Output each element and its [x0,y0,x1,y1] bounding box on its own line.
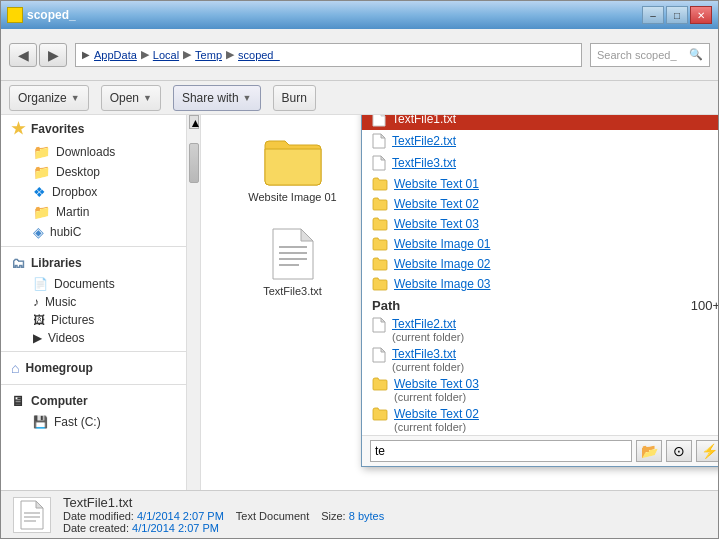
sidebar-item-drive-c[interactable]: 💾 Fast (C:) [29,413,186,431]
dropdown-item-textfile3[interactable]: TextFile3.txt [362,152,718,174]
path-item-website-text-02[interactable]: Website Text 02 (current folder) [362,405,718,435]
path-item-link[interactable]: TextFile2.txt [392,317,456,331]
search-folder-button[interactable]: 📂 [636,440,662,462]
item-link[interactable]: Website Image 02 [394,257,491,271]
path-item-textfile2[interactable]: TextFile2.txt (current folder) [362,315,718,345]
scroll-up-arrow[interactable]: ▲ [189,115,199,129]
dropdown-item-website-text-01[interactable]: Website Text 01 [362,174,718,194]
search-option-button[interactable]: ⊙ [666,440,692,462]
divider3 [1,384,186,385]
docs-icon: 📄 [33,277,48,291]
search-dropdown: List 9 TextFile1.txt [361,115,718,467]
search-advanced-icon: ⚡ [701,443,718,459]
libraries-header[interactable]: 🗂 Libraries [1,251,186,275]
sidebar-item-desktop[interactable]: 📁 Desktop [29,162,186,182]
sidebar-item-videos[interactable]: ▶ Videos [29,329,186,347]
burn-button[interactable]: Burn [273,85,316,111]
folder-small-icon [372,407,388,421]
path-title: Path [372,298,400,313]
sidebar-item-dropbox[interactable]: ❖ Dropbox [29,182,186,202]
videos-label: Videos [48,331,84,345]
favorites-header[interactable]: ★ Favorites [1,115,186,142]
addr-local[interactable]: Local [153,49,179,61]
open-button[interactable]: Open ▼ [101,85,161,111]
dropdown-search-input[interactable] [370,440,632,462]
svg-marker-19 [381,318,385,322]
path-item-content: Website Text 03 (current folder) [394,377,479,403]
dropdown-item-website-text-03[interactable]: Website Text 03 [362,214,718,234]
share-arrow: ▼ [243,93,252,103]
sidebar-item-pictures[interactable]: 🖼 Pictures [29,311,186,329]
dropdown-search-row: 📂 ⊙ ⚡ [362,435,718,466]
computer-header[interactable]: 🖥 Computer [1,389,186,413]
file-item-textfile3[interactable]: TextFile3.txt [217,223,368,301]
homegroup-label: Homegroup [25,361,92,375]
svg-marker-15 [381,134,385,138]
path-item-link[interactable]: Website Text 03 [394,377,479,391]
search-folder-icon: 📂 [641,443,658,459]
folder-small-icon [372,377,388,391]
close-button[interactable]: ✕ [690,6,712,24]
thumb-doc-icon [20,500,44,530]
dropdown-item-website-image-02[interactable]: Website Image 02 [362,254,718,274]
search-placeholder: Search scoped_ [597,49,677,61]
organize-label: Organize [18,91,67,105]
address-bar[interactable]: ▶ AppData ▶ Local ▶ Temp ▶ scoped_ [75,43,582,67]
forward-button[interactable]: ▶ [39,43,67,67]
item-link[interactable]: Website Text 03 [394,217,479,231]
organize-arrow: ▼ [71,93,80,103]
share-with-button[interactable]: Share with ▼ [173,85,261,111]
divider2 [1,351,186,352]
search-advanced-button[interactable]: ⚡ [696,440,718,462]
open-arrow: ▼ [143,93,152,103]
path-item-link[interactable]: TextFile3.txt [392,347,456,361]
path-item-link[interactable]: Website Text 02 [394,407,479,421]
libraries-label: Libraries [31,256,82,270]
path-item-sub: (current folder) [392,331,464,343]
path-item-textfile3[interactable]: TextFile3.txt (current folder) [362,345,718,375]
sidebar-item-hubic[interactable]: ◈ hubiC [29,222,186,242]
back-button[interactable]: ◀ [9,43,37,67]
svg-marker-23 [36,501,43,508]
file-item-website-image-01[interactable]: Website Image 01 [217,131,368,207]
file-label: TextFile3.txt [263,285,322,297]
addr-appdata[interactable]: AppData [94,49,137,61]
homegroup-header[interactable]: ⌂ Homegroup [1,356,186,380]
status-meta-row1: Date modified: 4/1/2014 2:07 PM Text Doc… [63,510,706,522]
sidebar-scrollbar[interactable]: ▲ [186,115,200,490]
item-link[interactable]: Website Image 01 [394,237,491,251]
address-toolbar: ◀ ▶ ▶ AppData ▶ Local ▶ Temp ▶ scoped_ S… [1,29,718,81]
status-bar: TextFile1.txt Date modified: 4/1/2014 2:… [1,490,718,538]
search-box[interactable]: Search scoped_ 🔍 [590,43,710,67]
status-meta-row2: Date created: 4/1/2014 2:07 PM [63,522,706,534]
dropdown-item-website-image-01[interactable]: Website Image 01 [362,234,718,254]
window-icon [7,7,23,23]
dropdown-item-website-text-02[interactable]: Website Text 02 [362,194,718,214]
svg-marker-13 [381,115,385,116]
sidebar-item-music[interactable]: ♪ Music [29,293,186,311]
item-link[interactable]: Website Text 01 [394,177,479,191]
sidebar-item-documents[interactable]: 📄 Documents [29,275,186,293]
dropdown-item-website-image-03[interactable]: Website Image 03 [362,274,718,294]
addr-scoped[interactable]: scoped_ [238,49,280,61]
sidebar-item-martin[interactable]: 📁 Martin [29,202,186,222]
addr-temp[interactable]: Temp [195,49,222,61]
burn-label: Burn [282,91,307,105]
item-link[interactable]: Website Image 03 [394,277,491,291]
item-link[interactable]: Website Text 02 [394,197,479,211]
organize-button[interactable]: Organize ▼ [9,85,89,111]
dropdown-item-textfile2[interactable]: TextFile2.txt [362,130,718,152]
dropdown-item-textfile1[interactable]: TextFile1.txt [362,115,718,130]
sidebar: ★ Favorites 📁 Downloads 📁 Desktop ❖ Drop… [1,115,186,490]
minimize-button[interactable]: – [642,6,664,24]
pictures-label: Pictures [51,313,94,327]
status-info: TextFile1.txt Date modified: 4/1/2014 2:… [63,495,706,534]
star-icon: ★ [11,119,25,138]
item-link[interactable]: TextFile3.txt [392,156,456,170]
sidebar-item-downloads[interactable]: 📁 Downloads [29,142,186,162]
item-link[interactable]: TextFile2.txt [392,134,456,148]
path-item-website-text-03[interactable]: Website Text 03 (current folder) [362,375,718,405]
doc-small-icon [372,155,386,171]
scroll-thumb[interactable] [189,143,199,183]
maximize-button[interactable]: □ [666,6,688,24]
